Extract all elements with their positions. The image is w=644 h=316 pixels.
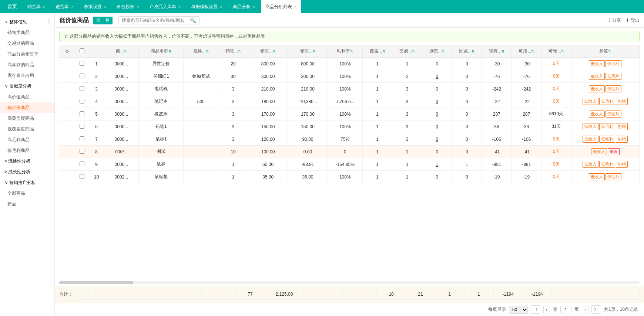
th-sales1[interactable]: 销售...⇅ [218, 45, 248, 58]
th-sales3[interactable]: 销售...⇅ [288, 45, 328, 58]
nav-tab-warehouse[interactable]: 产成品入库单 × [145, 0, 185, 13]
th-sellable[interactable]: 可销...⇅ [541, 45, 571, 58]
th-available[interactable]: 可用...⇅ [511, 45, 541, 58]
td-browse1[interactable]: 0 [422, 58, 452, 70]
td-browse1[interactable]: 0 [422, 83, 452, 95]
th-checkbox[interactable] [75, 45, 89, 58]
sidebar-item-low-coverage[interactable]: 低覆盖度商品 [0, 124, 54, 135]
sidebar-group-header-growth[interactable]: > 成长性分析 [0, 167, 54, 177]
sidebar-item-high-coverage[interactable]: 高覆盖度商品 [0, 113, 54, 124]
td-checkbox[interactable] [75, 171, 89, 183]
td-browse1[interactable]: 0 [422, 108, 452, 120]
sidebar-item-traded[interactable]: 交易过的商品 [0, 38, 54, 49]
browse1-link[interactable]: 0 [436, 174, 438, 180]
th-coverage[interactable]: 覆盖...⇅ [362, 45, 392, 58]
scrollbar-thumb[interactable] [59, 281, 133, 284]
export-button[interactable]: ⬇ 导出 [625, 17, 640, 24]
td-checkbox[interactable] [75, 120, 89, 133]
td-checkbox[interactable] [75, 146, 89, 158]
browse1-link[interactable]: 0 [436, 86, 438, 92]
td-browse1[interactable]: 1 [422, 158, 452, 171]
td-checkbox[interactable] [75, 70, 89, 83]
td-checkbox[interactable] [75, 95, 89, 108]
td-checkbox[interactable] [75, 133, 89, 146]
close-sales-tab[interactable]: × [43, 4, 45, 9]
sidebar-item-all-products[interactable]: 全部商品 [0, 188, 54, 199]
th-code[interactable]: 商...⇅ [104, 45, 139, 58]
row-checkbox[interactable] [80, 111, 84, 116]
sidebar-group-header-overall[interactable]: ∨ 整体信息 《 [0, 16, 54, 27]
td-checkbox[interactable] [75, 83, 89, 95]
nav-tab-analysis[interactable]: 商品分析 × [228, 0, 259, 13]
page-size-select[interactable]: 50 100 200 [509, 306, 528, 314]
browse1-link[interactable]: 0 [436, 74, 438, 79]
settings-icon[interactable]: ⚙ [65, 49, 69, 54]
th-current[interactable]: 现有...⇅ [482, 45, 512, 58]
row-checkbox[interactable] [80, 149, 84, 154]
nav-tab-home[interactable]: 首页 [3, 0, 21, 13]
th-trade[interactable]: 交易...⇅ [392, 45, 422, 58]
sidebar-group-header-flow[interactable]: > 流通性分析 [0, 156, 54, 167]
browse1-link[interactable]: 0 [436, 112, 438, 117]
close-analysis-tab[interactable]: × [253, 4, 255, 9]
period-badge[interactable]: 近一月 [93, 17, 113, 24]
nav-tab-roles[interactable]: 角色授权 × [112, 0, 143, 13]
browse1-link[interactable]: 0 [436, 124, 438, 129]
page-number-input[interactable] [560, 306, 571, 313]
sidebar-item-new-products[interactable]: 新品 [0, 199, 54, 210]
sidebar-item-high-margin[interactable]: 高毛利商品 [0, 135, 54, 145]
td-checkbox[interactable] [75, 158, 89, 171]
nav-tab-permissions[interactable]: 权限设置 × [80, 0, 111, 13]
row-checkbox[interactable] [80, 136, 84, 141]
last-page-button[interactable]: 》 [591, 305, 601, 314]
sidebar-item-inventory-capital[interactable]: 库存资金占用 [0, 70, 54, 81]
next-page-button[interactable]: › [582, 306, 588, 313]
th-margin[interactable]: 毛利率⇅ [328, 45, 362, 58]
close-analysis-list-tab[interactable]: × [294, 4, 296, 9]
sidebar-item-low-margin[interactable]: 低毛利商品 [0, 145, 54, 156]
th-browse2[interactable]: 浏览...⇅ [452, 45, 482, 58]
row-checkbox[interactable] [80, 86, 84, 91]
row-checkbox[interactable] [80, 74, 84, 78]
sidebar-item-high-value[interactable]: 高价值商品 [0, 92, 54, 102]
th-browse1[interactable]: 浏览...⇅ [422, 45, 452, 58]
browse1-link[interactable]: 0 [436, 99, 438, 104]
sidebar-group-header-marketing[interactable]: ∨ 营销推广分析 [0, 177, 54, 188]
td-browse1[interactable]: 0 [422, 120, 452, 133]
horizontal-scrollbar[interactable] [59, 281, 640, 284]
td-browse1[interactable]: 0 [422, 95, 452, 108]
td-checkbox[interactable] [75, 108, 89, 120]
sidebar-item-low-value[interactable]: 低价值商品 [0, 102, 54, 113]
th-spec[interactable]: 规格...⇅ [184, 45, 218, 58]
select-all-checkbox[interactable] [80, 48, 84, 53]
prev-page-button[interactable]: ‹ [543, 306, 550, 313]
first-page-button[interactable]: 《 [531, 305, 540, 314]
sidebar-group-header-contribution[interactable]: ∨ 贡献度分析 [0, 81, 54, 92]
sidebar-item-sales-category[interactable]: 销售类商品 [0, 27, 54, 38]
row-checkbox[interactable] [80, 124, 84, 129]
th-name[interactable]: 商品名称⇅ [139, 45, 184, 58]
close-template-tab[interactable]: × [220, 4, 222, 9]
row-checkbox[interactable] [80, 162, 84, 166]
browse1-link[interactable]: 0 [436, 137, 438, 142]
browse1-link[interactable]: 1 [436, 162, 438, 167]
td-browse1[interactable]: 0 [422, 171, 452, 183]
td-checkbox[interactable] [75, 58, 89, 70]
th-sales2[interactable]: 销售...⇅ [248, 45, 288, 58]
search-input[interactable] [122, 18, 188, 23]
share-button[interactable]: ⤴ 分享 [608, 17, 621, 24]
close-warehouse-tab[interactable]: × [178, 4, 181, 9]
sidebar-collapse-icon[interactable]: 《 [45, 18, 50, 25]
close-roles-tab[interactable]: × [137, 4, 139, 9]
browse1-link[interactable]: 0 [436, 149, 438, 154]
td-browse1[interactable]: 0 [422, 146, 452, 158]
td-browse1[interactable]: 0 [422, 70, 452, 83]
row-checkbox[interactable] [80, 174, 84, 179]
sidebar-item-high-inventory[interactable]: 高库存的商品 [0, 60, 54, 70]
nav-tab-template[interactable]: 单据模板设置 × [187, 0, 227, 13]
close-purchase-tab[interactable]: × [71, 4, 73, 9]
browse1-link[interactable]: 0 [436, 61, 438, 67]
nav-tab-analysis-list[interactable]: 商品分析列表 × [261, 0, 301, 13]
row-checkbox[interactable] [80, 61, 84, 66]
sidebar-item-category-rate[interactable]: 商品分类销售率 [0, 49, 54, 60]
